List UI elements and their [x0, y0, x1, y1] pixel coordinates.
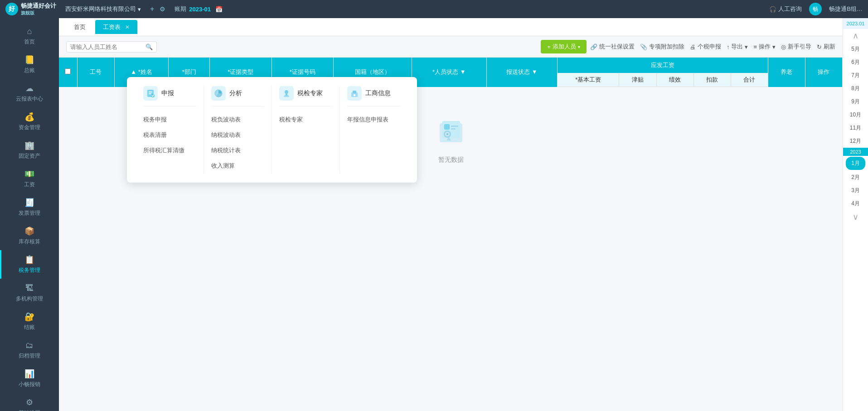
settings-icon[interactable]: ⚙ — [160, 5, 165, 13]
sidebar-item-ledger[interactable]: 📒 总账 — [0, 50, 59, 79]
cal-nav-down[interactable]: ∨ — [843, 210, 868, 224]
tax-icon: 📋 — [24, 255, 34, 265]
salary-icon: 💵 — [24, 169, 34, 179]
select-all-checkbox[interactable] — [65, 68, 71, 74]
cal-month-4[interactable]: 4月 — [843, 197, 868, 210]
refresh-btn[interactable]: ↻ 刷新 — [817, 43, 835, 51]
cal-month-3[interactable]: 3月 — [843, 184, 868, 197]
menu-item-tax-declare[interactable]: 税务申报 — [143, 112, 196, 127]
export-btn[interactable]: ↑ 导出 ▾ — [727, 43, 748, 51]
content-area: 首页 工资表 ✕ 🔍 + 添加人员 ▾ 🔗 统一社保设置 — [59, 18, 843, 411]
cal-month-12[interactable]: 12月 — [843, 135, 868, 148]
menu-item-tax-expert[interactable]: 税检专家 — [279, 112, 332, 127]
cal-month-6[interactable]: 6月 — [843, 56, 868, 69]
tax-expert-title: 税检专家 — [297, 89, 323, 97]
svg-rect-7 — [446, 133, 448, 135]
special-deduction-btn[interactable]: 📎 专项附加扣除 — [640, 43, 684, 51]
ledger-icon: 📒 — [24, 55, 34, 65]
sidebar-item-home[interactable]: ⌂ 首页 — [0, 22, 59, 50]
sidebar-item-settings[interactable]: ⚙ 基础设置 — [0, 393, 59, 411]
cal-month-5[interactable]: 5月 — [843, 43, 868, 56]
svg-rect-3 — [451, 126, 458, 127]
sidebar-item-cloud[interactable]: ☁ 云报表中心 — [0, 79, 59, 107]
tab-salary-table[interactable]: 工资表 ✕ — [95, 20, 137, 34]
svg-rect-18 — [354, 94, 355, 96]
top-bar: 好 畅捷通好会计 旗舰版 西安虾米网络科技有限公司 ▾ + ⚙ 账期 2023-… — [0, 0, 868, 18]
sidebar-item-salary[interactable]: 💵 工资 — [0, 164, 59, 193]
svg-rect-17 — [353, 91, 356, 93]
help-btn[interactable]: 🎧 人工咨询 — [769, 5, 802, 13]
tab-home[interactable]: 首页 — [66, 20, 93, 34]
th-total: 合计 — [731, 73, 768, 87]
analysis-header-icon — [211, 86, 226, 101]
th-deduction: 扣款 — [693, 73, 731, 87]
menu-item-tax-burden[interactable]: 税负波动表 — [211, 112, 264, 127]
settings-sidebar-icon: ⚙ — [24, 397, 34, 407]
headset-icon: 🎧 — [769, 6, 776, 13]
th-employee-id: 工号 — [77, 58, 114, 87]
menu-col-header-biz-info: 工商信息 — [347, 86, 401, 106]
main-layout: ⌂ 首页 📒 总账 ☁ 云报表中心 💰 资金管理 🏢 固定资产 💵 工资 🧾 发… — [0, 18, 868, 411]
cal-month-9[interactable]: 9月 — [843, 95, 868, 108]
social-insurance-btn[interactable]: 🔗 统一社保设置 — [590, 43, 635, 51]
sidebar-item-archive[interactable]: 🗂 归档管理 — [0, 336, 59, 364]
th-person-status[interactable]: *人员状态 ▼ — [412, 58, 486, 87]
logo-icon: 好 — [5, 3, 18, 15]
tab-close-icon[interactable]: ✕ — [125, 24, 130, 30]
cal-month-11[interactable]: 11月 — [843, 121, 868, 135]
menu-item-annual-report[interactable]: 年报信息申报表 — [347, 112, 401, 127]
svg-rect-11 — [149, 93, 151, 94]
cal-nav-up[interactable]: ∧ — [843, 29, 868, 43]
cal-year-2023: 2023 — [843, 148, 868, 156]
sidebar-item-close-acct[interactable]: 🔐 结账 — [0, 307, 59, 336]
menu-col-tax-expert: 税检专家 税检专家 — [272, 86, 340, 174]
toolbar-action-btns: 🔗 统一社保设置 📎 专项附加扣除 🖨 个税申报 ↑ 导出 ▾ ≡ — [590, 43, 835, 51]
asset-icon: 🏢 — [24, 140, 34, 150]
cal-month-10[interactable]: 10月 — [843, 108, 868, 121]
th-pension: 养老 — [768, 58, 805, 87]
operations-btn[interactable]: ≡ 操作 ▾ — [753, 43, 776, 51]
th-report-status[interactable]: 报送状态 ▼ — [486, 58, 557, 87]
multi-icon: 🏗 — [24, 283, 34, 293]
add-company-icon[interactable]: + — [150, 5, 154, 13]
cal-month-2[interactable]: 2月 — [843, 171, 868, 184]
sidebar-item-invoice[interactable]: 🧾 发票管理 — [0, 193, 59, 222]
toolbar: 🔍 + 添加人员 ▾ 🔗 统一社保设置 📎 专项附加扣除 🖨 个税申报 — [59, 36, 843, 58]
cal-month-1[interactable]: 1月 — [846, 157, 865, 170]
user-avatar[interactable]: 畅 — [809, 3, 822, 15]
add-icon: + — [547, 44, 551, 50]
menu-item-income-estimate[interactable]: 收入测算 — [211, 158, 264, 174]
menu-grid: 申报 税务申报 税表清册 所得税汇算清缴 — [136, 86, 408, 174]
menu-col-header-analysis: 分析 — [211, 86, 264, 106]
tax-expert-header-icon — [279, 86, 294, 101]
menu-item-income-tax-clearance[interactable]: 所得税汇算清缴 — [143, 143, 196, 158]
calendar-panel: 2023.01 ∧ 5月 6月 7月 8月 9月 10月 11月 12月 202… — [843, 18, 868, 411]
add-person-button[interactable]: + 添加人员 ▾ — [541, 40, 587, 53]
calendar-icon[interactable]: 📅 — [215, 6, 223, 13]
menu-item-tax-statistics[interactable]: 纳税统计表 — [211, 143, 264, 158]
menu-item-tax-fluctuation[interactable]: 纳税波动表 — [211, 127, 264, 143]
menu-col-shenbao: 申报 税务申报 税表清册 所得税汇算清缴 — [136, 86, 204, 174]
sidebar-item-stock[interactable]: 📦 库存核算 — [0, 222, 59, 250]
sidebar-item-multi[interactable]: 🏗 多机构管理 — [0, 279, 59, 307]
cal-month-7[interactable]: 7月 — [843, 69, 868, 82]
search-input[interactable] — [70, 44, 143, 50]
sidebar-item-asset[interactable]: 🏢 固定资产 — [0, 136, 59, 164]
guide-btn[interactable]: ◎ 新手引导 — [781, 43, 811, 51]
menu-col-header-shenbao: 申报 — [143, 86, 196, 106]
tax-return-btn[interactable]: 🖨 个税申报 — [690, 43, 721, 51]
sidebar-item-xiao[interactable]: 📊 小畅报销 — [0, 364, 59, 393]
th-performance: 绩效 — [656, 73, 693, 87]
social-icon: 🔗 — [590, 44, 597, 50]
sidebar-item-fund[interactable]: 💰 资金管理 — [0, 107, 59, 136]
svg-rect-10 — [149, 92, 152, 92]
menu-item-tax-table[interactable]: 税表清册 — [143, 127, 196, 143]
stock-icon: 📦 — [24, 226, 34, 236]
company-selector[interactable]: 西安虾米网络科技有限公司 ▾ — [62, 3, 145, 15]
th-allowance: 津贴 — [619, 73, 656, 87]
cal-month-8[interactable]: 8月 — [843, 82, 868, 95]
sidebar-item-tax[interactable]: 📋 税务管理 — [0, 250, 59, 279]
th-base-salary: *基本工资 — [558, 73, 619, 87]
th-checkbox[interactable] — [59, 58, 77, 87]
no-data-icon — [433, 114, 469, 150]
